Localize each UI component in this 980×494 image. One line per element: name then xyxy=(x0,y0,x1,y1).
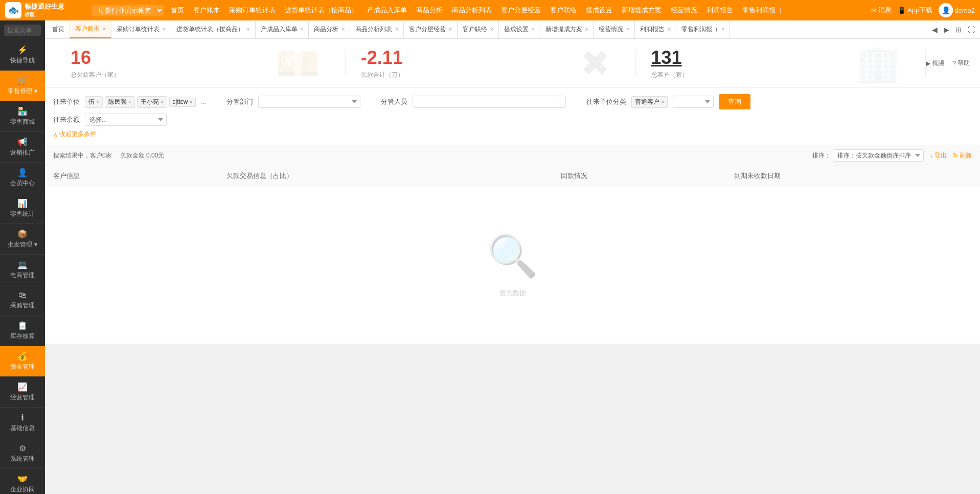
tab-close-商品分析[interactable]: × xyxy=(341,27,345,32)
sidebar-item-企业协同[interactable]: 🤝企业协同 xyxy=(0,469,45,494)
search-result-text: 搜索结果中，客户0家 xyxy=(53,151,112,160)
top-nav-item-商品分析[interactable]: 商品分析 xyxy=(413,5,446,16)
dept-select[interactable] xyxy=(258,96,360,108)
tab-产成品入库单[interactable]: 产成品入库单× xyxy=(256,21,309,38)
tag-remove-王小亮[interactable]: × xyxy=(161,99,164,105)
sidebar-item-基础信息[interactable]: ℹ基础信息 xyxy=(0,408,45,438)
sidebar-item-快捷导航[interactable]: ⚡快捷导航 xyxy=(0,40,45,71)
top-nav-item-产成品入库单[interactable]: 产成品入库单 xyxy=(364,5,410,16)
sidebar-item-营销推广[interactable]: 📢营销推广 xyxy=(0,132,45,163)
sidebar-icon: 👤 xyxy=(0,168,45,177)
top-nav-item-利润报告[interactable]: 利润报告 xyxy=(703,5,736,16)
tab-经营情况[interactable]: 经营情况× xyxy=(594,21,635,38)
tab-next-btn[interactable]: ▶ xyxy=(941,26,952,34)
category-tag-普通客户: 普通客户× xyxy=(631,96,668,108)
tab-close-进货单统计表（按商品）[interactable]: × xyxy=(247,27,250,32)
tag-remove-伍[interactable]: × xyxy=(96,99,99,105)
balance-select[interactable]: 选择... xyxy=(85,114,167,126)
tab-客户分层经营[interactable]: 客户分层经营× xyxy=(404,21,458,38)
tag-remove-普通客户[interactable]: × xyxy=(661,99,664,105)
top-nav-item-零售利润报（[interactable]: 零售利润报（ xyxy=(739,5,785,16)
help-btn[interactable]: ? 帮助 xyxy=(952,59,970,68)
collapse-label: 收起更多条件 xyxy=(59,130,96,139)
tab-close-客户联络[interactable]: × xyxy=(490,27,493,32)
sidebar-item-电商管理[interactable]: 💻电商管理 xyxy=(0,255,45,285)
tab-客户账本[interactable]: 客户账本× xyxy=(70,21,111,38)
tab-close-产成品入库单[interactable]: × xyxy=(301,27,304,32)
sidebar-item-批发管理[interactable]: 📦批发管理 ▾ xyxy=(0,224,45,255)
tab-close-新增提成方案[interactable]: × xyxy=(585,27,588,32)
tab-close-零售利润报（[interactable]: × xyxy=(721,27,724,32)
message-btn[interactable]: ✉ 消息 xyxy=(871,6,892,15)
sidebar-search-input[interactable] xyxy=(4,25,41,36)
sidebar-item-会员中心[interactable]: 👤会员中心 xyxy=(0,163,45,193)
top-nav-item-客户联络[interactable]: 客户联络 xyxy=(547,5,580,16)
tab-新增提成方案[interactable]: 新增提成方案× xyxy=(540,21,594,38)
tab-利润报告[interactable]: 利润报告× xyxy=(635,21,676,38)
tab-close-经营情况[interactable]: × xyxy=(626,27,629,32)
collapse-btn[interactable]: ∧ 收起更多条件 xyxy=(53,130,972,139)
category-select[interactable] xyxy=(673,96,714,108)
sidebar-item-零售统计[interactable]: 📊零售统计 xyxy=(0,193,45,224)
tab-商品分析列表[interactable]: 商品分析列表× xyxy=(350,21,404,38)
more-tags-btn[interactable]: ... xyxy=(201,98,206,105)
empty-icon: 🔍 xyxy=(487,232,538,280)
sidebar-search-wrap xyxy=(0,20,45,40)
sidebar-icon: ℹ xyxy=(0,413,45,422)
tab-提成设置[interactable]: 提成设置× xyxy=(499,21,540,38)
top-nav-item-提成设置[interactable]: 提成设置 xyxy=(583,5,616,16)
sidebar-item-经营管理[interactable]: 📈经营管理 xyxy=(0,377,45,408)
tab-close-商品分析列表[interactable]: × xyxy=(395,27,398,32)
sidebar-item-零售商城[interactable]: 🏪零售商城 xyxy=(0,101,45,132)
tab-close-客户分层经营[interactable]: × xyxy=(449,27,452,32)
tab-客户联络[interactable]: 客户联络× xyxy=(458,21,499,38)
tab-首页[interactable]: 首页 xyxy=(47,21,70,38)
amount-text: 欠款金额 0.00元 xyxy=(120,151,165,160)
top-nav-item-经营情况[interactable]: 经营情况 xyxy=(668,5,700,16)
top-right: ✉ 消息 📱 App下载 👤 demo2 xyxy=(871,3,975,17)
account-selector[interactable]: 母婴行业演示帐套 xyxy=(92,5,164,16)
video-btn[interactable]: ▶ 视频 xyxy=(926,59,944,68)
tab-进货单统计表（按商品）[interactable]: 进货单统计表（按商品）× xyxy=(171,21,256,38)
sidebar-item-资金管理[interactable]: 💰资金管理 xyxy=(0,346,45,377)
message-icon: ✉ xyxy=(871,7,877,14)
tab-零售利润报（[interactable]: 零售利润报（× xyxy=(676,21,730,38)
top-nav-item-新增提成方案[interactable]: 新增提成方案 xyxy=(619,5,665,16)
user-avatar[interactable]: 👤 demo2 xyxy=(939,3,975,17)
sidebar-item-系统管理[interactable]: ⚙系统管理 xyxy=(0,438,45,469)
tag-remove-cjttcw[interactable]: × xyxy=(190,99,193,105)
top-nav-item-商品分析列表[interactable]: 商品分析列表 xyxy=(449,5,495,16)
unit-tag-王小亮: 王小亮× xyxy=(137,96,167,108)
tab-close-利润报告[interactable]: × xyxy=(668,27,671,32)
top-nav-item-进货单统计表（按商品）[interactable]: 进货单统计表（按商品） xyxy=(282,5,361,16)
app-download-btn[interactable]: 📱 App下载 xyxy=(898,6,932,15)
logo-icon: 🐟 xyxy=(5,2,21,18)
top-nav-item-客户账本[interactable]: 客户账本 xyxy=(190,5,223,16)
query-button[interactable]: 查询 xyxy=(719,94,750,109)
sidebar-icon: 📋 xyxy=(0,321,45,330)
tab-采购订单统计表[interactable]: 采购订单统计表× xyxy=(111,21,171,38)
tab-close-提成设置[interactable]: × xyxy=(532,27,535,32)
stat-actions: ▶ 视频 ? 帮助 xyxy=(926,59,970,68)
export-btn[interactable]: ↓ 导出 xyxy=(930,151,947,160)
tab-prev-btn[interactable]: ◀ xyxy=(929,26,941,34)
person-input[interactable]: ··· xyxy=(413,96,566,108)
sidebar-item-采购管理[interactable]: 🛍采购管理 xyxy=(0,285,45,316)
sidebar-label: 快捷导航 xyxy=(0,56,45,65)
refresh-btn[interactable]: ↻ 刷新 xyxy=(953,151,972,160)
tab-close-客户账本[interactable]: × xyxy=(103,26,106,32)
tab-expand-btn[interactable]: ⊞ xyxy=(952,26,965,34)
col-header-欠款交易信息（占比）: 欠款交易信息（占比） xyxy=(218,166,553,186)
sidebar-item-库存核算[interactable]: 📋库存核算 xyxy=(0,316,45,346)
sort-select[interactable]: 排序：按欠款金额倒序排序 xyxy=(833,149,924,162)
tab-fullscreen-btn[interactable]: ⛶ xyxy=(965,26,978,34)
tag-remove-陈民强[interactable]: × xyxy=(128,99,131,105)
unit-tag-cjttcw: cjttcw× xyxy=(169,97,196,107)
tab-close-采购订单统计表[interactable]: × xyxy=(163,27,166,32)
top-nav-item-采购订单统计表[interactable]: 采购订单统计表 xyxy=(226,5,279,16)
top-nav-item-客户分层经营[interactable]: 客户分层经营 xyxy=(498,5,544,16)
tab-商品分析[interactable]: 商品分析× xyxy=(309,21,350,38)
sidebar-item-零售管理[interactable]: 🛒零售管理 ▾ xyxy=(0,71,45,101)
stat-label-total: 总客户（家） xyxy=(651,71,688,79)
top-nav-item-首页[interactable]: 首页 xyxy=(168,5,187,16)
